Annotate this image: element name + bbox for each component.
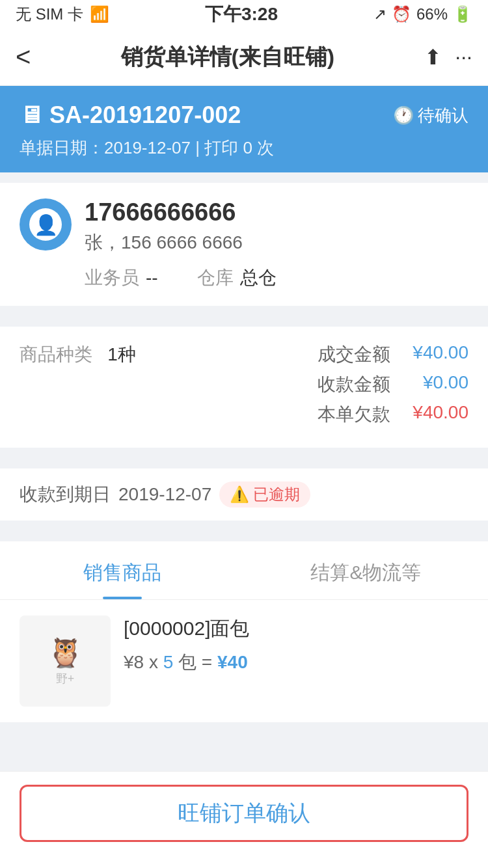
customer-phone: 17666666666	[85, 198, 468, 226]
product-unit: 包	[178, 652, 197, 672]
payment-label: 收款金额	[318, 372, 390, 397]
order-icon: 🖥	[20, 102, 43, 129]
owed-value: ¥40.00	[403, 402, 468, 427]
nav-bar: < 销货单详情(来自旺铺) ⬆ ···	[0, 29, 488, 86]
bottom-bar: 旺铺订单确认	[0, 771, 488, 868]
product-thumbnail: 🦉 野+	[20, 616, 111, 707]
type-label: 商品种类	[20, 344, 92, 364]
overdue-text: 已逾期	[253, 484, 300, 505]
user-icon: 👤	[29, 208, 62, 241]
share-icon[interactable]: ⬆	[424, 45, 442, 70]
tab-settlement[interactable]: 结算&物流等	[244, 541, 488, 599]
nav-icons: ⬆ ···	[424, 45, 472, 70]
salesperson-info: 业务员 --	[85, 265, 158, 290]
confirm-button[interactable]: 旺铺订单确认	[20, 785, 468, 842]
battery-icon: 🔋	[453, 5, 472, 23]
price-value: ¥8	[124, 652, 144, 672]
owed-label: 本单欠款	[318, 402, 390, 427]
avatar: 👤	[20, 198, 72, 251]
overdue-badge: ⚠️ 已逾期	[219, 481, 310, 508]
clock-icon: 🕐	[393, 105, 414, 126]
due-date: 2019-12-07	[118, 484, 211, 505]
status-right: ↗ ⏰ 66% 🔋	[373, 5, 472, 23]
product-details: [0000002]面包 ¥8 x 5 包 = ¥40	[124, 616, 468, 707]
sim-label: 无 SIM 卡	[16, 4, 83, 25]
customer-info: 17666666666 张，156 6666 6666 业务员 -- 仓库 总仓	[85, 198, 468, 290]
status-bar: 无 SIM 卡 📶 下午3:28 ↗ ⏰ 66% 🔋	[0, 0, 488, 29]
warning-icon: ⚠️	[230, 485, 249, 504]
summary-right: 成交金额 ¥40.00 收款金额 ¥0.00 本单欠款 ¥40.00	[318, 342, 468, 432]
deal-value: ¥40.00	[403, 342, 468, 367]
back-button[interactable]: <	[16, 42, 31, 72]
alarm-icon: ⏰	[392, 5, 411, 23]
product-logo: 🦉 野+	[47, 636, 83, 686]
status-left: 无 SIM 卡 📶	[16, 4, 109, 25]
order-header: 🖥 SA-20191207-002 🕐 待确认 单据日期：2019-12-07 …	[0, 86, 488, 172]
type-value: 1种	[107, 344, 136, 364]
deal-label: 成交金额	[318, 342, 390, 367]
price-multiply: x	[149, 652, 163, 672]
order-id: 🖥 SA-20191207-002	[20, 102, 241, 129]
customer-name: 张，156 6666 6666	[85, 230, 468, 255]
battery-label: 66%	[416, 5, 448, 23]
tabs-section: 销售商品 结算&物流等 🦉 野+ [0000002]面包 ¥8 x 5 包 = …	[0, 541, 488, 722]
page-title: 销货单详情(来自旺铺)	[121, 42, 335, 72]
order-status: 🕐 待确认	[393, 104, 468, 127]
tab-sales-products[interactable]: 销售商品	[0, 541, 244, 599]
product-name: [0000002]面包	[124, 616, 468, 642]
due-label: 收款到期日	[20, 482, 111, 507]
tabs-row: 销售商品 结算&物流等	[0, 541, 488, 600]
customer-card: 👤 17666666666 张，156 6666 6666 业务员 -- 仓库 …	[0, 183, 488, 306]
summary-section: 商品种类 1种 成交金额 ¥40.00 收款金额 ¥0.00 本单欠款 ¥40.…	[0, 327, 488, 448]
product-qty: 5	[163, 652, 174, 672]
status-time: 下午3:28	[205, 2, 278, 27]
more-icon[interactable]: ···	[455, 45, 472, 69]
product-item: 🦉 野+ [0000002]面包 ¥8 x 5 包 = ¥40	[0, 600, 488, 722]
salesperson-value: --	[146, 267, 158, 288]
product-total: ¥40	[217, 652, 248, 672]
warehouse-value: 总仓	[240, 265, 277, 290]
warehouse-info: 仓库 总仓	[197, 265, 277, 290]
due-date-section: 收款到期日 2019-12-07 ⚠️ 已逾期	[0, 468, 488, 521]
wifi-icon: 📶	[90, 5, 109, 23]
payment-value: ¥0.00	[403, 372, 468, 397]
order-date: 单据日期：2019-12-07 | 打印 0 次	[20, 137, 468, 159]
price-equals: =	[202, 652, 217, 672]
salesperson-label: 业务员	[85, 265, 139, 290]
location-icon: ↗	[373, 5, 386, 23]
warehouse-label: 仓库	[197, 265, 234, 290]
product-price: ¥8 x 5 包 = ¥40	[124, 650, 468, 675]
